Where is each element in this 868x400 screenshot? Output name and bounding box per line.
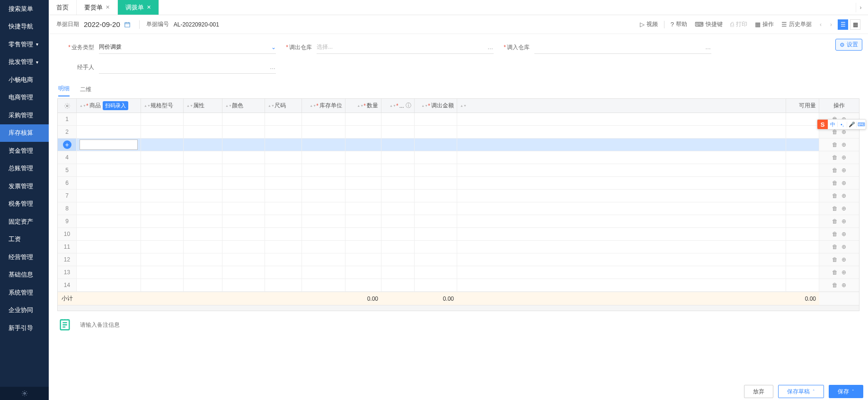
cell-spec[interactable] [141,151,184,164]
cell-unknown[interactable] [381,177,415,189]
cell-qty[interactable] [345,279,381,291]
delete-row-icon[interactable]: 🗑 [832,192,838,199]
settings-button[interactable]: ⚙设置 [835,39,862,51]
sidebar-item-assets[interactable]: 固定资产 [0,213,49,231]
cell-outamt[interactable] [415,126,457,138]
doc-date-value[interactable]: 2022-09-20 [84,20,120,28]
cell-attr[interactable] [184,215,222,227]
cell-avail[interactable] [786,215,819,227]
insert-row-icon[interactable]: ⊕ [841,129,846,135]
handler-select[interactable]: … [99,61,276,74]
cell-qty[interactable] [345,190,381,202]
cell-product[interactable] [77,241,141,253]
cell-attr[interactable] [184,266,222,278]
cell-blank[interactable] [457,215,786,227]
cell-size[interactable] [265,266,302,278]
sidebar-item-funds[interactable]: 资金管理 [0,142,49,160]
table-row[interactable]: 11🗑⊕ [58,241,859,253]
cell-avail[interactable] [786,228,819,240]
ime-widget[interactable]: S 中 •, 🎤 ⌨ [817,119,866,130]
subtab-matrix[interactable]: 二维 [80,83,91,96]
horizontal-scrollbar[interactable] [58,305,859,311]
tab-requisition[interactable]: 要货单✕ [77,0,118,15]
cell-spec[interactable] [141,266,184,278]
cell-unit[interactable] [302,228,345,240]
cell-color[interactable] [222,177,265,189]
th-attr[interactable]: ▲▼属性 [184,99,222,113]
cell-color[interactable] [222,228,265,240]
toolbar-shortcut-button[interactable]: ⌨快捷键 [691,19,726,30]
cell-qty[interactable] [345,215,381,227]
cell-blank[interactable] [457,266,786,278]
cell-unknown[interactable] [381,241,415,253]
cell-color[interactable] [222,126,265,138]
cell-color[interactable] [222,215,265,227]
table-row[interactable]: 4🗑⊕ [58,151,859,164]
cell-unknown[interactable] [381,279,415,291]
cell-attr[interactable] [184,190,222,202]
close-icon[interactable]: ✕ [147,4,151,10]
cell-unit[interactable] [302,253,345,266]
cell-product[interactable] [77,177,141,189]
cell-blank[interactable] [457,202,786,215]
cell-outamt[interactable] [415,139,457,151]
cell-attr[interactable] [184,139,222,151]
ime-lang[interactable]: 中 [828,121,837,128]
add-row-button[interactable]: + [63,140,71,149]
cell-qty[interactable] [345,253,381,266]
discard-button[interactable]: 放弃 [744,385,773,398]
table-row[interactable]: 8🗑⊕ [58,202,859,215]
th-product[interactable]: ▲▼*商品扫码录入 [77,99,141,113]
cell-qty[interactable] [345,151,381,164]
cell-spec[interactable] [141,241,184,253]
table-row[interactable]: 2🗑⊕ [58,126,859,139]
delete-row-icon[interactable]: 🗑 [832,141,838,148]
toolbar-history-button[interactable]: ☰历史单据 [778,19,815,30]
cell-size[interactable] [265,164,302,176]
cell-product[interactable] [77,151,141,164]
delete-row-icon[interactable]: 🗑 [832,154,838,161]
table-row[interactable]: 10🗑⊕ [58,228,859,241]
cell-product[interactable] [77,139,141,151]
table-row[interactable]: 5🗑⊕ [58,164,859,177]
cell-product[interactable] [77,215,141,227]
remark-input[interactable] [80,322,859,329]
cell-unit[interactable] [302,139,345,151]
cell-unknown[interactable] [381,266,415,278]
cell-unknown[interactable] [381,139,415,151]
cell-outamt[interactable] [415,215,457,227]
toolbar-prev-button[interactable]: ‹ [816,19,825,30]
cell-outamt[interactable] [415,177,457,189]
cell-size[interactable] [265,279,302,291]
cell-unit[interactable] [302,202,345,215]
cell-unit[interactable] [302,126,345,138]
cell-size[interactable] [265,126,302,138]
more-icon[interactable]: … [270,64,276,70]
sidebar-item-basicinfo[interactable]: 基础信息 [0,266,49,284]
more-icon[interactable]: … [487,44,494,51]
sidebar-item-wholesale[interactable]: 批发管理▾ [0,53,49,71]
cell-blank[interactable] [457,126,786,138]
cell-unit[interactable] [302,241,345,253]
toolbar-next-button[interactable]: › [826,19,836,30]
biztype-select[interactable]: 同价调拨 ⌄ [99,41,276,54]
cell-attr[interactable] [184,126,222,138]
cell-qty[interactable] [345,228,381,240]
cell-product[interactable] [77,164,141,176]
info-icon[interactable]: ⓘ [406,102,411,110]
cell-spec[interactable] [141,177,184,189]
cell-unknown[interactable] [381,164,415,176]
table-row[interactable]: 14🗑⊕ [58,279,859,292]
cell-blank[interactable] [457,139,786,151]
tabs-overflow-button[interactable]: › [856,3,865,12]
cell-qty[interactable] [345,113,381,125]
sidebar-item-inventory[interactable]: 库存核算 [0,124,49,142]
cell-blank[interactable] [457,279,786,291]
table-row[interactable]: 9🗑⊕ [58,215,859,228]
cell-unknown[interactable] [381,151,415,164]
cell-unknown[interactable] [381,126,415,138]
cell-avail[interactable] [786,126,819,138]
cell-spec[interactable] [141,215,184,227]
cell-blank[interactable] [457,113,786,125]
cell-qty[interactable] [345,177,381,189]
